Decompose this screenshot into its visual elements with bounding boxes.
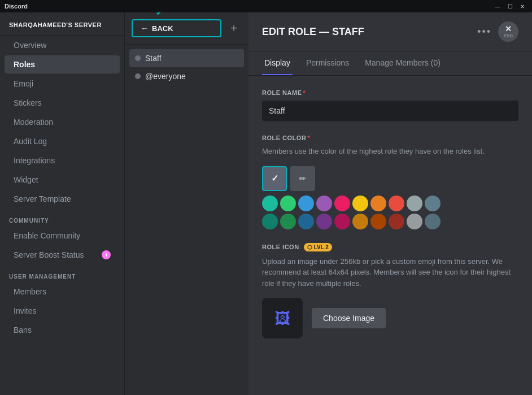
boost-icon: ⬡ (307, 244, 312, 250)
tab-manage-members[interactable]: Manage Members (0) (363, 51, 443, 75)
pencil-icon: ✏ (299, 174, 306, 183)
sidebar-item-audit-log[interactable]: Audit Log (5, 132, 120, 150)
titlebar: Discord — ☐ ✕ (0, 0, 532, 12)
role-icon-label-row: ROLE ICON ⬡ LVL 2 (262, 243, 518, 251)
color-swatch-green[interactable] (280, 196, 296, 211)
lvl-badge: ⬡ LVL 2 (304, 243, 332, 251)
minimize-button[interactable]: — (492, 1, 503, 11)
edit-role-header: EDIT ROLE — STAFF ••• ✕ ESC (248, 12, 532, 51)
role-list: Staff @everyone (125, 45, 248, 90)
color-swatch-dark-pink[interactable] (334, 214, 350, 229)
role-color-description: Members use the color of the highest rol… (262, 146, 518, 157)
color-swatch-red[interactable] (389, 196, 404, 211)
role-icon-description: Upload an image under 256kb or pick a cu… (262, 256, 518, 289)
sidebar-item-invites[interactable]: Invites (5, 302, 120, 320)
role-icon-field-label: ROLE ICON (262, 244, 299, 250)
edit-role-content: ROLE NAME* ROLE COLOR* Members use the c… (248, 76, 532, 395)
color-swatch-dark-blue[interactable] (298, 214, 314, 229)
sidebar-item-bans[interactable]: Bans (5, 321, 120, 339)
role-name-section: ROLE NAME* (262, 89, 518, 121)
required-star: * (303, 89, 306, 96)
role-icon-section: ROLE ICON ⬡ LVL 2 Upload an image under … (262, 243, 518, 339)
color-swatch-gray[interactable] (407, 214, 422, 229)
edit-role-title: EDIT ROLE — STAFF (262, 26, 470, 38)
sidebar-item-roles[interactable]: Roles (5, 55, 120, 73)
sidebar-item-enable-community[interactable]: Enable Community (5, 227, 120, 245)
sidebar-item-widget[interactable]: Widget (5, 171, 120, 189)
server-name: SHARQAHAMEED'S SERVER (0, 12, 124, 36)
role-name-input[interactable] (262, 101, 518, 121)
color-default-options: ✓ ✏ (262, 166, 518, 191)
maximize-button[interactable]: ☐ (505, 1, 515, 11)
sidebar-item-integrations[interactable]: Integrations (5, 151, 120, 170)
tab-permissions[interactable]: Permissions (304, 51, 351, 75)
roles-header: ← BACK + (125, 12, 248, 45)
color-swatch-dark-green[interactable] (280, 214, 296, 229)
sidebar-item-moderation[interactable]: Moderation (5, 113, 120, 131)
choose-image-button[interactable]: Choose Image (312, 308, 386, 328)
sidebar-item-members[interactable]: Members (5, 283, 120, 301)
tab-display[interactable]: Display (262, 51, 293, 75)
sidebar-item-overview[interactable]: Overview (5, 36, 120, 54)
close-button[interactable]: ✕ (517, 1, 527, 11)
color-row-1 (262, 196, 518, 211)
role-dot-staff (135, 55, 141, 61)
back-label: BACK (152, 24, 173, 33)
color-check-icon: ✓ (271, 173, 278, 184)
role-color-label: ROLE COLOR* (262, 134, 518, 141)
color-swatch-light-gray[interactable] (407, 196, 422, 211)
role-name-staff: Staff (145, 54, 162, 63)
close-esc-button[interactable]: ✕ ESC (498, 21, 518, 42)
role-name-everyone: @everyone (145, 72, 186, 81)
add-role-button[interactable]: + (226, 20, 242, 37)
back-arrow-icon: ← (141, 24, 149, 33)
color-swatch-teal[interactable] (262, 196, 278, 211)
color-swatches (262, 196, 518, 229)
add-image-icon: 🖼 (274, 309, 290, 328)
lvl-label: LVL 2 (314, 244, 329, 250)
sidebar-item-server-boost[interactable]: Server Boost Status ⬆ (5, 246, 120, 264)
color-swatch-dark-red[interactable] (389, 214, 404, 229)
color-swatch-orange[interactable] (370, 196, 386, 211)
window-controls: — ☐ ✕ (492, 1, 527, 11)
edit-role-panel: EDIT ROLE — STAFF ••• ✕ ESC Display Perm… (248, 12, 532, 395)
color-custom-picker[interactable]: ✏ (290, 166, 315, 191)
color-swatch-dark-teal[interactable] (262, 214, 278, 229)
role-color-required: * (307, 134, 310, 141)
icon-placeholder: 🖼 (262, 298, 303, 338)
sidebar: SHARQAHAMEED'S SERVER Overview Roles Emo… (0, 12, 124, 395)
color-swatch-purple[interactable] (316, 196, 332, 211)
boost-badge-icon: ⬆ (102, 250, 111, 259)
roles-panel: ← BACK + Staff @everyone (124, 12, 248, 395)
color-swatch-dark-blue-gray[interactable] (425, 214, 441, 229)
icon-upload-area: 🖼 Choose Image (262, 298, 518, 338)
esc-label: ESC (504, 33, 513, 38)
back-button[interactable]: ← BACK (132, 19, 221, 37)
app-title: Discord (5, 3, 28, 10)
app-body: SHARQAHAMEED'S SERVER Overview Roles Emo… (0, 12, 532, 395)
sidebar-item-emoji[interactable]: Emoji (5, 75, 120, 93)
user-management-section-label: USER MANAGEMENT (0, 264, 124, 282)
sidebar-item-stickers[interactable]: Stickers (5, 94, 120, 112)
color-swatch-blue-gray[interactable] (425, 196, 441, 211)
color-row-2 (262, 214, 518, 229)
color-default-swatch[interactable]: ✓ (262, 166, 287, 191)
color-swatch-dark-orange[interactable] (370, 214, 386, 229)
community-section-label: COMMUNITY (0, 209, 124, 226)
role-item-everyone[interactable]: @everyone (129, 67, 244, 85)
close-x-icon: ✕ (505, 25, 512, 33)
more-options-button[interactable]: ••• (477, 26, 491, 38)
color-swatch-dark-yellow[interactable] (352, 214, 368, 229)
role-item-staff[interactable]: Staff (129, 49, 244, 67)
color-swatch-dark-purple[interactable] (316, 214, 332, 229)
color-swatch-yellow[interactable] (352, 196, 368, 211)
color-swatch-pink[interactable] (334, 196, 350, 211)
role-name-label: ROLE NAME* (262, 89, 518, 96)
sidebar-item-server-template[interactable]: Server Template (5, 190, 120, 208)
role-dot-everyone (135, 73, 141, 79)
role-color-section: ROLE COLOR* Members use the color of the… (262, 134, 518, 229)
server-boost-label: Server Boost Status (14, 250, 84, 259)
color-swatch-blue[interactable] (298, 196, 314, 211)
edit-role-tabs: Display Permissions Manage Members (0) (248, 51, 532, 76)
